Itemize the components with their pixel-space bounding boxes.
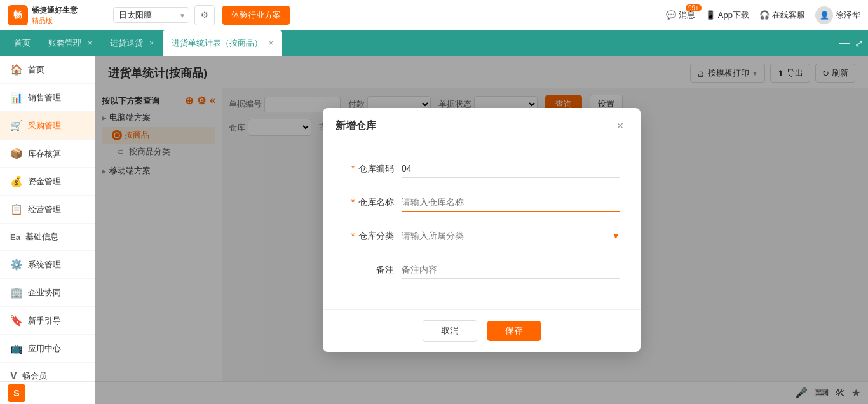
tab-minimize-icon[interactable]: — [839,37,850,49]
logo-text: 畅捷通好生意 精品版 [32,5,78,25]
tab-bar-right: — ⤢ [839,37,863,50]
store-selector[interactable]: 日太阳膜 [113,7,189,23]
bottom-logo: S [8,384,25,402]
required-star-category: * [351,231,355,241]
tab-home[interactable]: 首页 [5,30,39,56]
warehouse-category-input[interactable] [402,231,611,241]
headset-icon: 🎧 [759,10,770,20]
form-row-warehouse-code: * 仓库编码 [343,159,620,178]
top-navbar: 畅 畅捷通好生意 精品版 日太阳膜 ▼ ⚙ 体验行业方案 💬 消息 99+ 📱 … [0,0,868,30]
app-download-item[interactable]: 📱 App下载 [705,10,749,21]
dialog-title: 新增仓库 [336,119,376,133]
warehouse-code-label: * 仓库编码 [343,163,394,175]
sidebar-item-finance[interactable]: 💰 资金管理 [0,168,95,196]
mobile-icon: 📱 [705,10,715,20]
message-icon: 💬 [666,10,676,20]
sidebar-item-system[interactable]: ⚙️ 系统管理 [0,251,95,279]
dialog-footer: 取消 保存 [323,309,641,352]
username-label: 徐泽华 [836,10,860,21]
sidebar-item-enterprise[interactable]: 🏢 企业协同 [0,279,95,307]
sidebar-item-operations[interactable]: 📋 经营管理 [0,196,95,224]
tab-bar: 首页 账套管理 × 进货退货 × 进货单统计表（按商品） × — ⤢ [0,30,868,56]
system-icon: ⚙️ [10,259,23,271]
notes-input[interactable] [402,260,620,279]
sidebar-item-inventory[interactable]: 📦 库存核算 [0,140,95,168]
dialog-overlay: 新增仓库 × * 仓库编码 * [95,56,868,404]
vip-icon: V [10,370,17,382]
base-info-icon: Ea [10,232,20,242]
sidebar-item-base-info[interactable]: Ea 基础信息 [0,224,95,251]
form-row-warehouse-name: * 仓库名称 [343,193,620,212]
logo-area: 畅 畅捷通好生意 精品版 [8,5,103,25]
dialog-close-icon[interactable]: × [613,118,628,133]
logo-icon: 畅 [8,5,28,25]
store-selector-wrap[interactable]: 日太阳膜 ▼ [113,7,189,23]
guide-icon: 🔖 [10,314,23,327]
save-btn[interactable]: 保存 [487,321,541,341]
content-area: 进货单统计(按商品) 🖨 按模板打印 ▼ ⬆ 导出 ↻ 刷新 [95,56,868,404]
apps-icon: 📺 [10,342,23,354]
warehouse-category-label: * 仓库分类 [343,231,394,242]
notes-label: 备注 [343,264,394,276]
tab-purchase-return-close-icon[interactable]: × [149,39,154,48]
tab-purchase-return[interactable]: 进货退货 × [101,30,163,56]
tab-accounts[interactable]: 账套管理 × [39,30,101,56]
warehouse-category-select-wrap[interactable]: ▼ [402,227,620,245]
tab-expand-icon[interactable]: ⤢ [855,37,863,50]
inventory-icon: 📦 [10,147,23,159]
settings-icon-btn[interactable]: ⚙ [194,5,215,25]
home-icon: 🏠 [10,64,23,76]
enterprise-icon: 🏢 [10,286,23,299]
purchase-icon: 🛒 [10,119,23,131]
required-star: * [351,163,355,173]
warehouse-code-input[interactable] [402,159,620,178]
main-layout: 🏠 首页 📊 销售管理 🛒 采购管理 📦 库存核算 💰 资金管理 📋 经营管理 … [0,56,868,404]
tab-purchase-stats-close-icon[interactable]: × [269,39,273,48]
sidebar-item-purchase[interactable]: 🛒 采购管理 [0,112,95,140]
operations-icon: 📋 [10,203,23,215]
warehouse-name-input[interactable] [402,193,620,212]
cancel-btn[interactable]: 取消 [423,320,477,342]
top-right-area: 💬 消息 99+ 📱 App下载 🎧 在线客服 👤 徐泽华 [666,6,860,24]
sales-icon: 📊 [10,91,23,104]
required-star-name: * [351,197,355,207]
notification-item[interactable]: 💬 消息 99+ [666,10,695,21]
new-warehouse-dialog: 新增仓库 × * 仓库编码 * [323,108,641,352]
avatar: 👤 [815,6,833,24]
tab-purchase-stats[interactable]: 进货单统计表（按商品） × [163,30,282,56]
dialog-header: 新增仓库 × [323,108,641,144]
sidebar-item-guide[interactable]: 🔖 新手引导 [0,307,95,335]
warehouse-name-label: * 仓库名称 [343,197,394,208]
form-row-notes: 备注 [343,260,620,279]
sidebar: 🏠 首页 📊 销售管理 🛒 采购管理 📦 库存核算 💰 资金管理 📋 经营管理 … [0,56,95,404]
dialog-body: * 仓库编码 * 仓库名称 [323,144,641,309]
category-dropdown-arrow-icon: ▼ [611,231,620,241]
finance-icon: 💰 [10,175,23,187]
sidebar-item-sales[interactable]: 📊 销售管理 [0,84,95,112]
experience-btn[interactable]: 体验行业方案 [222,6,290,25]
notification-badge: 99+ [686,4,702,11]
form-row-warehouse-category: * 仓库分类 ▼ [343,227,620,245]
tab-accounts-close-icon[interactable]: × [88,39,92,48]
user-profile-item[interactable]: 👤 徐泽华 [815,6,860,24]
sidebar-item-apps[interactable]: 📺 应用中心 [0,335,95,363]
online-service-item[interactable]: 🎧 在线客服 [759,10,805,21]
sidebar-item-home[interactable]: 🏠 首页 [0,56,95,84]
